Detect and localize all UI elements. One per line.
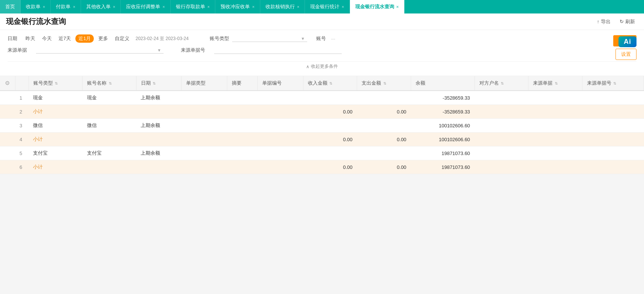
col-counterpart[interactable]: 对方户名 ⇅	[474, 76, 528, 91]
col-account-name[interactable]: 账号名称 ⇅	[83, 76, 137, 91]
collapse-bar[interactable]: ∧ 收起更多条件	[8, 61, 636, 71]
col-account-type[interactable]: 账号类型 ⇅	[29, 76, 83, 91]
refresh-icon: ↻	[620, 19, 624, 24]
nav-cash-bank-flow[interactable]: 现金银行流水查询 ×	[350, 0, 404, 13]
nav-bank-deposit[interactable]: 银行存取款单 ×	[171, 0, 215, 13]
nav-close-other-income[interactable]: ×	[113, 4, 115, 9]
nav-ar-ap-adjust[interactable]: 应收应付调整单 ×	[121, 0, 170, 13]
table-row: 4小计0.000.00100102606.60	[0, 133, 644, 146]
col-settings[interactable]: ⚙	[0, 76, 15, 91]
source-doc-no-input[interactable]	[214, 46, 342, 54]
table-row: 3微信微信上期余额100102606.60	[0, 119, 644, 133]
date-shortcuts: 昨天 今天 近7天 近1月 更多 自定义 2023-02-24 至 2023-0…	[23, 34, 189, 43]
source-doc-select[interactable]: ▼	[36, 47, 164, 54]
ai-badge[interactable]: Ai	[618, 36, 636, 47]
source-doc-arrow: ▼	[157, 48, 161, 52]
col-doc-no[interactable]: 单据编号	[257, 76, 303, 91]
gear-icon[interactable]: ⚙	[5, 80, 10, 86]
table-row: 1现金现金上期余额-3528659.33	[0, 91, 644, 105]
nav-other-income[interactable]: 其他收入单 ×	[81, 0, 121, 13]
col-income[interactable]: 收入金额 ⇅	[303, 76, 357, 91]
source-doc-label: 来源单据	[8, 47, 27, 54]
account-type-label: 账号类型	[210, 35, 229, 42]
nav-close-cash-bank-stats[interactable]: ×	[342, 4, 344, 9]
nav-close-receipts[interactable]: ×	[43, 4, 45, 9]
col-source-doc[interactable]: 来源单据 ⇅	[528, 76, 582, 91]
header-actions: ↑ 导出 ↻ 刷新	[594, 17, 638, 27]
col-expense[interactable]: 支出金额 ⇅	[357, 76, 411, 91]
nav-advance-offset[interactable]: 预收冲应收单 ×	[215, 0, 260, 13]
sort-source-doc-no-icon: ⇅	[613, 81, 616, 85]
account-type-group: 账号类型 ▼	[210, 35, 307, 42]
col-doc-type[interactable]: 单据类型	[182, 76, 227, 91]
account-dots[interactable]: ···	[329, 35, 338, 42]
sort-counterpart-icon: ⇅	[501, 81, 504, 85]
sort-income-icon: ⇅	[329, 81, 332, 85]
sort-account-name-icon: ⇅	[109, 81, 112, 85]
filter-area: 日期 昨天 今天 近7天 近1月 更多 自定义 2023-02-24 至 202…	[0, 30, 644, 76]
sort-expense-icon: ⇅	[383, 81, 386, 85]
date-last1m[interactable]: 近1月	[75, 34, 94, 43]
account-group: 账号 ···	[316, 35, 338, 42]
col-source-doc-no[interactable]: 来源单据号 ⇅	[582, 76, 644, 91]
sort-source-doc-icon: ⇅	[555, 81, 558, 85]
col-num	[15, 76, 29, 91]
account-type-arrow: ▼	[301, 36, 305, 41]
table-row: 5支付宝支付宝上期余额19871073.60	[0, 146, 644, 160]
table-row: 2小计0.000.00-3528659.33	[0, 105, 644, 119]
nav-close-advance-offset[interactable]: ×	[252, 4, 254, 9]
table-container: ⚙ 账号类型 ⇅ 账号名称 ⇅ 日期 ⇅ 单据类型	[0, 76, 644, 174]
nav-close-bank-deposit[interactable]: ×	[207, 4, 210, 9]
nav-close-cash-bank-flow[interactable]: ×	[396, 4, 399, 9]
export-icon: ↑	[597, 19, 600, 24]
col-date[interactable]: 日期 ⇅	[136, 76, 181, 91]
top-nav: 首页 收款单 × 付款单 × 其他收入单 × 应收应付调整单 × 银行存取款单 …	[0, 0, 644, 13]
account-type-select[interactable]: ▼	[232, 36, 307, 42]
date-label: 日期	[8, 35, 17, 42]
col-balance[interactable]: 余额	[411, 76, 474, 91]
nav-cash-bank-stats[interactable]: 现金银行统计 ×	[305, 0, 350, 13]
settings-button[interactable]: 设置	[615, 49, 636, 60]
table-body: 1现金现金上期余额-3528659.332小计0.000.00-3528659.…	[0, 91, 644, 174]
date-today[interactable]: 今天	[40, 34, 54, 43]
page-header: 现金银行流水查询 ↑ 导出 ↻ 刷新	[0, 13, 644, 30]
nav-receipt-verify[interactable]: 收款核销执行 ×	[260, 0, 305, 13]
export-button[interactable]: ↑ 导出	[594, 17, 614, 27]
account-label: 账号	[316, 35, 326, 42]
sort-date-icon: ⇅	[153, 81, 156, 85]
nav-receipts[interactable]: 收款单 ×	[21, 0, 51, 13]
table-header: ⚙ 账号类型 ⇅ 账号名称 ⇅ 日期 ⇅ 单据类型	[0, 76, 644, 91]
filter-section-right: 账号类型 ▼ 账号 ···	[210, 35, 607, 42]
filter-row-1: 日期 昨天 今天 近7天 近1月 更多 自定义 2023-02-24 至 202…	[8, 34, 607, 43]
main-table: ⚙ 账号类型 ⇅ 账号名称 ⇅ 日期 ⇅ 单据类型	[0, 76, 644, 174]
sort-account-type-icon: ⇅	[55, 81, 58, 85]
filter-row-2: 来源单据 ▼ 来源单据号	[8, 46, 607, 54]
date-last7d[interactable]: 近7天	[56, 34, 73, 43]
refresh-button[interactable]: ↻ 刷新	[617, 17, 638, 27]
source-doc-no-label: 来源单据号	[181, 47, 205, 54]
date-yesterday[interactable]: 昨天	[23, 34, 38, 43]
nav-home[interactable]: 首页	[0, 0, 21, 13]
col-summary[interactable]: 摘要	[227, 76, 257, 91]
nav-payments[interactable]: 付款单 ×	[51, 0, 81, 13]
date-more[interactable]: 更多	[96, 34, 110, 43]
date-custom[interactable]: 自定义	[113, 34, 132, 43]
table-row: 6小计0.000.0019871073.60	[0, 160, 644, 174]
date-range: 2023-02-24 至 2023-03-24	[135, 36, 188, 42]
nav-close-payments[interactable]: ×	[73, 4, 75, 9]
page-title: 现金银行流水查询	[6, 16, 66, 27]
nav-close-receipt-verify[interactable]: ×	[297, 4, 299, 9]
nav-close-ar-ap-adjust[interactable]: ×	[162, 4, 165, 9]
collapse-icon: ∧	[306, 64, 309, 69]
